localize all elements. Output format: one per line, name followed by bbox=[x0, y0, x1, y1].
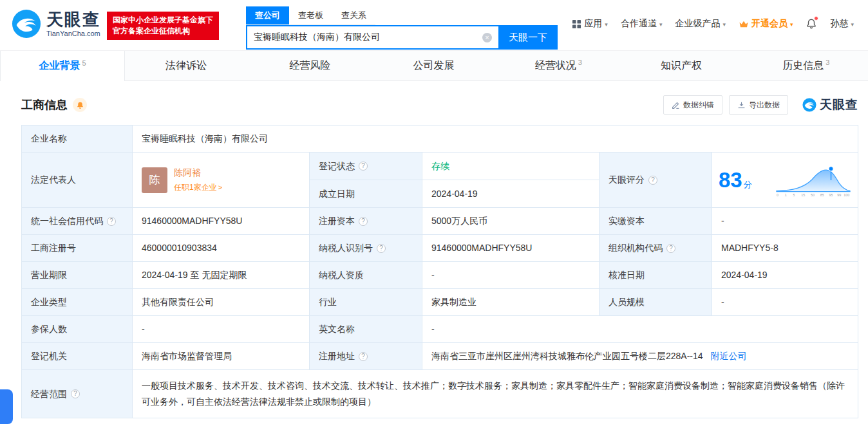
search-row: × 天眼一下 bbox=[246, 25, 558, 50]
user-name: 孙慈 bbox=[830, 18, 848, 30]
reg-capital-value: 5000万人民币 bbox=[422, 208, 599, 235]
edit-icon bbox=[672, 101, 680, 109]
tab-label: 法律诉讼 bbox=[165, 59, 207, 73]
search-input-wrap: × bbox=[246, 25, 498, 50]
field-label-score: 天眼评分? bbox=[599, 153, 712, 208]
english-name-value: - bbox=[422, 316, 858, 343]
svg-text:5: 5 bbox=[793, 192, 795, 196]
svg-text:0: 0 bbox=[777, 192, 778, 196]
nav-apps-label: 应用 bbox=[584, 18, 602, 30]
help-icon[interactable]: ? bbox=[666, 244, 675, 253]
help-icon[interactable]: ? bbox=[107, 217, 116, 226]
section-title: 工商信息 bbox=[21, 97, 68, 113]
export-data-button[interactable]: 导出数据 bbox=[729, 95, 788, 115]
svg-text:95: 95 bbox=[829, 192, 833, 196]
top-nav: 应用 ▾ 合作通道 ▾ 企业级产品 ▾ 开通会员 ▾ 孙慈 ▾ bbox=[572, 18, 854, 30]
tianyancha-logo[interactable]: 天眼查 TianYanCha.com bbox=[12, 9, 100, 39]
tab-history-info[interactable]: 历史信息3 bbox=[744, 51, 868, 80]
help-icon[interactable]: ? bbox=[377, 244, 386, 253]
chevron-down-icon: ▾ bbox=[851, 21, 854, 28]
tianyancha-watermark-icon bbox=[802, 98, 816, 112]
nav-enterprise-products[interactable]: 企业级产品 ▾ bbox=[675, 18, 726, 30]
field-label-reg-no: 工商注册号 bbox=[22, 235, 133, 262]
chevron-down-icon: ▾ bbox=[605, 21, 608, 28]
help-icon[interactable]: ? bbox=[648, 176, 657, 185]
nav-cooperation-channel[interactable]: 合作通道 ▾ bbox=[621, 18, 663, 30]
field-label-taxpayer-id: 纳税人识别号? bbox=[310, 235, 422, 262]
search-tab-boss[interactable]: 查老板 bbox=[289, 6, 332, 24]
field-label-reg-address: 注册地址? bbox=[310, 343, 422, 370]
business-term-value: 2024-04-19 至 无固定期限 bbox=[133, 262, 310, 289]
nav-apps[interactable]: 应用 ▾ bbox=[572, 18, 608, 30]
field-label-english-name: 英文名称 bbox=[310, 316, 422, 343]
reg-status-value: 存续 bbox=[422, 153, 599, 180]
tab-label: 知识产权 bbox=[661, 59, 702, 73]
tab-intellectual-property[interactable]: 知识产权 bbox=[620, 51, 744, 80]
org-code-value: MADHFYY5-8 bbox=[712, 235, 858, 262]
nav-enterprise-label: 企业级产品 bbox=[675, 18, 720, 30]
field-label-business-term: 营业期限 bbox=[22, 262, 133, 289]
legal-rep-name-link[interactable]: 陈阿裕 bbox=[174, 167, 222, 178]
crown-icon bbox=[739, 20, 749, 28]
notification-bell[interactable] bbox=[806, 18, 817, 30]
clear-icon[interactable]: × bbox=[482, 33, 492, 42]
field-label-company-name: 企业名称 bbox=[22, 126, 133, 153]
reg-no-value: 460000010903834 bbox=[133, 235, 310, 262]
legal-rep-cell: 陈 陈阿裕 任职1家企业> bbox=[133, 153, 310, 208]
help-icon[interactable]: ? bbox=[71, 389, 80, 398]
nav-vip-label: 开通会员 bbox=[751, 18, 788, 30]
field-label-approval-date: 核准日期 bbox=[599, 262, 712, 289]
business-info-table: 企业名称 宝褥睡眠科技（海南）有限公司 法定代表人 陈 陈阿裕 任职1家企业> … bbox=[21, 125, 858, 418]
nav-vip-upgrade[interactable]: 开通会员 ▾ bbox=[739, 18, 793, 30]
tab-label: 公司发展 bbox=[413, 59, 454, 73]
legal-rep-employment-link[interactable]: 任职1家企业> bbox=[174, 181, 222, 193]
nav-user[interactable]: 孙慈 ▾ bbox=[830, 18, 854, 30]
brand-name: 天眼查 bbox=[46, 11, 100, 28]
data-correction-button[interactable]: 数据纠错 bbox=[663, 95, 722, 115]
industry-value: 家具制造业 bbox=[422, 289, 599, 316]
section-actions: 数据纠错 导出数据 bbox=[663, 95, 788, 115]
legal-rep-info: 陈阿裕 任职1家企业> bbox=[174, 167, 222, 193]
tianyancha-logo-icon bbox=[12, 9, 41, 39]
company-name-value: 宝褥睡眠科技（海南）有限公司 bbox=[133, 126, 858, 153]
download-icon bbox=[737, 101, 746, 109]
tab-business-status[interactable]: 经营状况3 bbox=[496, 51, 620, 80]
business-scope-value: 一般项目技术服务、技术开发、技术咨询、技术交流、技术转让、技术推广；数字技术服务… bbox=[133, 370, 858, 418]
field-label-business-scope: 经营范围? bbox=[22, 370, 133, 418]
field-label-org-code: 组织机构代码? bbox=[599, 235, 712, 262]
field-label-est-date: 成立日期 bbox=[310, 180, 422, 208]
tab-label: 经营状况 bbox=[535, 59, 576, 73]
search-tab-company[interactable]: 查公司 bbox=[246, 6, 289, 24]
subscribe-bell-icon[interactable] bbox=[73, 98, 87, 112]
search-input[interactable] bbox=[254, 32, 482, 42]
paid-capital-value: - bbox=[712, 208, 858, 235]
legal-rep-avatar[interactable]: 陈 bbox=[142, 167, 167, 193]
section-head: 工商信息 数据纠错 导出数据 bbox=[21, 95, 858, 115]
reg-address-value: 海南省三亚市崖州区崖州湾科技城雅布伦产业园五号楼二层228A--14 附近公司 bbox=[422, 343, 858, 370]
watermark-text: 天眼查 bbox=[820, 97, 858, 113]
gov-badge-line2: 官方备案企业征信机构 bbox=[113, 26, 213, 37]
field-label-reg-capital: 注册资本? bbox=[310, 208, 422, 235]
tianyancha-score-cell[interactable]: 83分 0 1 5 15 50 85 95 99 bbox=[712, 153, 858, 208]
help-icon[interactable]: ? bbox=[359, 162, 368, 171]
tianyancha-watermark: 天眼查 bbox=[802, 97, 858, 113]
search-button[interactable]: 天眼一下 bbox=[498, 25, 558, 50]
search-tab-relation[interactable]: 查关系 bbox=[332, 6, 375, 24]
chevron-down-icon: ▾ bbox=[790, 21, 793, 28]
tab-legal-proceedings[interactable]: 法律诉讼 bbox=[125, 51, 249, 80]
tab-business-risk[interactable]: 经营风险 bbox=[249, 51, 373, 80]
tab-company-development[interactable]: 公司发展 bbox=[373, 51, 496, 80]
help-icon[interactable]: ? bbox=[359, 352, 368, 361]
tab-label: 经营风险 bbox=[289, 59, 330, 73]
floating-side-widget[interactable] bbox=[0, 389, 13, 424]
tab-company-background[interactable]: 企业背景5 bbox=[0, 51, 125, 81]
export-data-label: 导出数据 bbox=[749, 100, 780, 111]
company-type-value: 其他有限责任公司 bbox=[133, 289, 310, 316]
nav-cooperation-label: 合作通道 bbox=[621, 18, 657, 30]
notification-dot bbox=[814, 16, 818, 21]
nearby-companies-link[interactable]: 附近公司 bbox=[711, 349, 747, 363]
field-label-reg-authority: 登记机关 bbox=[22, 343, 133, 370]
search-tabs: 查公司 查老板 查关系 bbox=[246, 6, 375, 25]
section-tabs: 企业背景5 法律诉讼 经营风险 公司发展 经营状况3 知识产权 历史信息3 bbox=[0, 50, 868, 81]
help-icon[interactable]: ? bbox=[359, 217, 368, 226]
